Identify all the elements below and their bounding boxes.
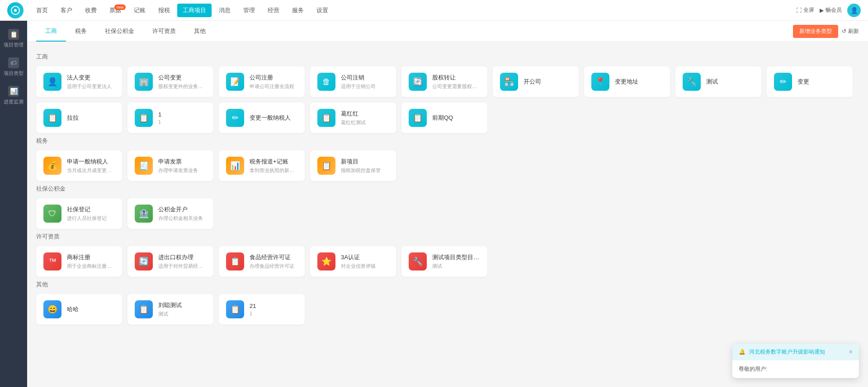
- nav-item-服务[interactable]: 服务: [287, 4, 309, 17]
- card-公积金开户[interactable]: 🏦 公积金开户 办理公积金相关业务: [127, 198, 213, 229]
- section-title-社保公积金: 社保公积金: [36, 185, 859, 193]
- card-icon: 📋: [226, 252, 244, 270]
- card-icon: 📝: [226, 73, 244, 91]
- vip-icon: ▶: [820, 7, 824, 14]
- card-title: 股权转让: [432, 74, 480, 82]
- nav-item-收费[interactable]: 收费: [80, 4, 102, 17]
- vip-btn[interactable]: ▶ 畅会员: [820, 6, 842, 14]
- nav-item-管理[interactable]: 管理: [238, 4, 260, 17]
- card-title: 21: [250, 303, 297, 309]
- card-1[interactable]: 📋 1 1: [127, 103, 213, 133]
- card-icon: 🔄: [409, 73, 427, 91]
- nav-badge: new: [114, 5, 126, 10]
- card-desc: 用于企业商标注册服务: [67, 263, 115, 270]
- card-食品经营许可证[interactable]: 📋 食品经营许可证 办理食品经营许可证: [219, 246, 305, 277]
- card-公司注销[interactable]: 🗑 公司注销 适用于注销公司: [310, 66, 396, 97]
- card-变更[interactable]: ✏ 变更: [767, 66, 853, 97]
- notif-header: 🔔 河北税务数字账户升级影响通知 ×: [732, 344, 859, 360]
- card-icon: 📋: [409, 109, 427, 127]
- card-公司注册[interactable]: 📝 公司注册 申请公司注册全流程: [219, 66, 305, 97]
- card-title: 法人变更: [67, 74, 115, 82]
- tab-工商[interactable]: 工商: [36, 21, 66, 42]
- card-title: 测试: [706, 78, 754, 86]
- card-icon: ✏: [226, 109, 244, 127]
- nav-item-客户[interactable]: 客户: [55, 4, 78, 17]
- tab-社保公积金[interactable]: 社保公积金: [96, 21, 143, 42]
- nav-item-报税[interactable]: 报税: [153, 4, 175, 17]
- card-税务报道+记账[interactable]: 📊 税务报道+记账 拿到营业执照的新公司: [219, 150, 305, 181]
- fullscreen-btn[interactable]: ⛶ 全屏: [796, 6, 814, 14]
- card-icon: 😄: [43, 300, 61, 318]
- card-葛红红[interactable]: 📋 葛红红 葛红红测试: [310, 103, 396, 133]
- card-开公司[interactable]: 🏪 开公司: [493, 66, 579, 97]
- card-desc: 测试: [158, 311, 206, 317]
- cards-grid-社保公积金: 🛡 社保登记 进行人员社保登记 🏦 公积金开户 办理公积金相关业务: [36, 198, 859, 229]
- card-info: 开公司: [524, 78, 571, 86]
- card-哈哈[interactable]: 😄 哈哈: [36, 294, 122, 325]
- nav-item-设置[interactable]: 设置: [311, 4, 334, 17]
- card-变更一般纳税人[interactable]: ✏ 变更一般纳税人: [219, 103, 305, 133]
- card-申请发票[interactable]: 🧾 申请发票 办理申请发票业务: [127, 150, 213, 181]
- card-title: 葛红红: [341, 110, 389, 118]
- avatar[interactable]: 👤: [847, 4, 861, 17]
- content-area: 工商 👤 法人变更 适用于公司变更法人 🏢 公司变更 股权变更外的业务变更 📝 …: [27, 42, 868, 336]
- card-info: 税务报道+记账 拿到营业执照的新公司: [250, 158, 297, 174]
- section-title-工商: 工商: [36, 53, 859, 61]
- card-info: 新项目 报税加税控盘保管: [341, 158, 389, 174]
- card-社保登记[interactable]: 🛡 社保登记 进行人员社保登记: [36, 198, 122, 229]
- card-股权转让[interactable]: 🔄 股权转让 公司变更需要股权转让: [401, 66, 487, 97]
- notif-body-text: 尊敬的用户:: [739, 366, 767, 372]
- card-icon: 🧾: [135, 157, 153, 175]
- tab-其他[interactable]: 其他: [185, 21, 215, 42]
- card-法人变更[interactable]: 👤 法人变更 适用于公司变更法人: [36, 66, 122, 97]
- card-21[interactable]: 📋 21 1: [219, 294, 305, 325]
- nav-item-经营[interactable]: 经营: [262, 4, 285, 17]
- sidebar-item-项目类型[interactable]: 🏷 项目类型: [0, 53, 27, 81]
- nav-item-首页[interactable]: 首页: [31, 4, 53, 17]
- add-type-button[interactable]: 新增业务类型: [793, 25, 838, 38]
- card-desc: 对企业信誉评级: [341, 263, 389, 270]
- card-title: 社保登记: [67, 205, 115, 214]
- nav-item-票据[interactable]: 票据new: [104, 4, 127, 17]
- nav-item-工商项目[interactable]: 工商项目: [177, 4, 212, 17]
- card-title: 测试项目类型目定义: [432, 253, 480, 261]
- main-content: 工商税务社保公积金许可资质其他 新增业务类型 ↺ 刷新 工商 👤 法人变更 适用…: [27, 21, 868, 387]
- notif-close-button[interactable]: ×: [849, 348, 853, 355]
- card-icon: 📋: [317, 109, 335, 127]
- card-测试[interactable]: 🔧 测试: [675, 66, 761, 97]
- card-测试项目类型目定义[interactable]: 🔧 测试项目类型目定义 测试: [401, 246, 487, 277]
- card-刘聪测试[interactable]: 📋 刘聪测试 测试: [127, 294, 213, 325]
- card-title: 前期QQ: [432, 114, 480, 122]
- tabs-bar: 工商税务社保公积金许可资质其他 新增业务类型 ↺ 刷新: [27, 21, 868, 42]
- card-icon: 💰: [43, 157, 61, 175]
- card-title: 拉拉: [67, 114, 115, 122]
- fullscreen-icon: ⛶: [796, 7, 802, 14]
- sidebar-item-项目管理[interactable]: 📋 项目管理: [0, 24, 27, 53]
- sidebar-item-进度监测[interactable]: 📊 进度监测: [0, 81, 27, 110]
- card-info: 公司变更 股权变更外的业务变更: [158, 74, 206, 90]
- tab-税务[interactable]: 税务: [66, 21, 96, 42]
- card-info: 变更一般纳税人: [250, 114, 297, 122]
- card-icon: 🛡: [43, 205, 61, 223]
- refresh-icon: ↺: [842, 28, 846, 34]
- card-新项目[interactable]: 📋 新项目 报税加税控盘保管: [310, 150, 396, 181]
- card-拉拉[interactable]: 📋 拉拉: [36, 103, 122, 133]
- nav-item-消息[interactable]: 消息: [213, 4, 236, 17]
- card-公司变更[interactable]: 🏢 公司变更 股权变更外的业务变更: [127, 66, 213, 97]
- card-进出口权办理[interactable]: 🔄 进出口权办理 适用于对外贸易经营者: [127, 246, 213, 277]
- tab-许可资质[interactable]: 许可资质: [143, 21, 185, 42]
- card-前期QQ[interactable]: 📋 前期QQ: [401, 103, 487, 133]
- card-申请一般纳税人[interactable]: 💰 申请一般纳税人 当月或次月成变更完成: [36, 150, 122, 181]
- card-icon: 🏦: [135, 205, 153, 223]
- card-desc: 当月或次月成变更完成: [67, 167, 115, 174]
- card-info: 21 1: [250, 303, 297, 316]
- card-3A认证[interactable]: ⭐ 3A认证 对企业信誉评级: [310, 246, 396, 277]
- sidebar-icon: 📊: [8, 86, 19, 97]
- card-info: 股权转让 公司变更需要股权转让: [432, 74, 480, 90]
- card-变更地址[interactable]: 📍 变更地址: [584, 66, 670, 97]
- refresh-button[interactable]: ↺ 刷新: [842, 28, 859, 35]
- card-商标注册[interactable]: ™ 商标注册 用于企业商标注册服务: [36, 246, 122, 277]
- nav-item-记账[interactable]: 记账: [128, 4, 151, 17]
- card-info: 社保登记 进行人员社保登记: [67, 205, 115, 222]
- card-desc: 葛红红测试: [341, 119, 389, 126]
